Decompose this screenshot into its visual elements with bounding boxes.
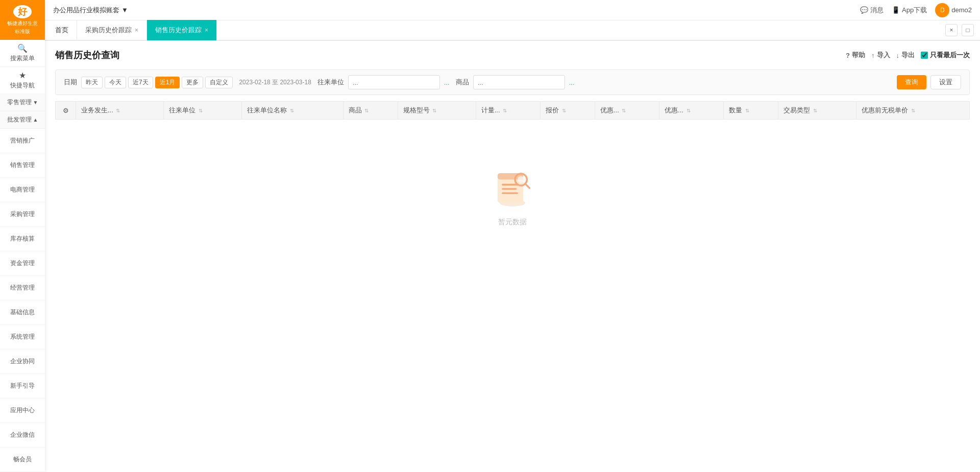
marketing-label: 营销推广 <box>10 136 35 145</box>
col-partner-name[interactable]: 往来单位名称 ⇅ <box>241 102 343 120</box>
sidebar-item-basic-info[interactable]: 基础信息 <box>0 300 45 325</box>
col-discount1[interactable]: 优惠... ⇅ <box>595 102 659 120</box>
table-body: 暂元数据 <box>56 120 970 268</box>
partner-input[interactable] <box>348 75 440 89</box>
sort-arrows-pretax: ⇅ <box>911 108 915 113</box>
enterprise-label: 企业协同 <box>10 357 35 366</box>
col-partner-code-label: 往来单位 <box>169 106 195 114</box>
sidebar-item-ecommerce[interactable]: 电商管理 <box>0 178 45 202</box>
sidebar-item-search-menu[interactable]: 🔍 搜索菜单 <box>0 40 45 67</box>
date-label: 日期 <box>64 78 77 87</box>
col-unit-label: 计量... <box>481 106 500 114</box>
tab-purchase-close-btn[interactable]: × <box>135 27 138 33</box>
inventory-label: 库存核算 <box>10 234 35 243</box>
sidebar-item-retail[interactable]: 零售管理 ▼ <box>0 94 45 111</box>
tab-home[interactable]: 首页 <box>47 20 77 40</box>
app-download-label: App下载 <box>902 6 927 15</box>
account-selector[interactable]: 办公用品行业模拟账套 ▼ <box>53 6 128 15</box>
col-spec-label: 规格型号 <box>403 106 430 114</box>
window-maximize-btn[interactable]: □ <box>962 24 974 36</box>
date-btn-last7[interactable]: 近7天 <box>128 77 153 88</box>
sidebar-item-corp-wechat[interactable]: 企业微信 <box>0 423 45 447</box>
goods-filter-group: 商品 ... <box>456 75 575 89</box>
svg-rect-5 <box>502 193 518 194</box>
goods-input[interactable] <box>473 75 565 89</box>
col-trade-type[interactable]: 交易类型 ⇅ <box>778 102 856 120</box>
avatar: D <box>935 3 949 17</box>
sidebar-item-system[interactable]: 系统管理 <box>0 325 45 349</box>
app-download-icon: 📱 <box>892 6 900 14</box>
sidebar-item-marketing[interactable]: 营销推广 <box>0 129 45 153</box>
tab-home-label: 首页 <box>55 26 68 35</box>
help-btn[interactable]: ? 帮助 <box>846 51 865 60</box>
sidebar-item-finance[interactable]: 资金管理 <box>0 251 45 276</box>
import-btn[interactable]: ↑ 导入 <box>871 51 890 60</box>
svg-point-8 <box>518 176 524 183</box>
sidebar-item-operations[interactable]: 经营管理 <box>0 276 45 300</box>
sidebar-item-wholesale[interactable]: 批发管理 ▲ <box>0 111 45 129</box>
tab-purchase-history[interactable]: 采购历史价跟踪 × <box>77 20 147 40</box>
partner-ellipsis-btn[interactable]: ... <box>444 79 450 86</box>
col-pretax-price[interactable]: 优惠前无税单价 ⇅ <box>856 102 970 120</box>
goods-ellipsis-btn[interactable]: ... <box>569 79 575 86</box>
col-unit[interactable]: 计量... ⇅ <box>476 102 540 120</box>
col-trade-type-label: 交易类型 <box>783 106 810 114</box>
svg-rect-4 <box>502 188 517 190</box>
col-biz-date[interactable]: 业务发生... ⇅ <box>76 102 164 120</box>
sidebar-item-app-center[interactable]: 应用中心 <box>0 398 45 423</box>
window-close-btn[interactable]: × <box>945 24 958 36</box>
col-settings[interactable]: ⚙ <box>56 102 76 120</box>
tab-bar-actions: × □ <box>945 24 978 36</box>
svg-line-7 <box>525 184 529 188</box>
goods-label: 商品 <box>456 78 469 87</box>
sort-arrows-partner-name: ⇅ <box>290 108 294 113</box>
logo-icon: 好 <box>13 5 32 18</box>
sidebar-item-sales-mgmt[interactable]: 销售管理 <box>0 153 45 178</box>
settings-btn[interactable]: 设置 <box>930 75 961 89</box>
date-btn-last1m[interactable]: 近1月 <box>155 77 180 88</box>
date-btn-yesterday[interactable]: 昨天 <box>81 77 103 88</box>
query-btn[interactable]: 查询 <box>897 75 926 89</box>
message-btn[interactable]: 💬 消息 <box>860 6 884 15</box>
purchase-label: 采购管理 <box>10 210 35 219</box>
export-icon: ↓ <box>896 52 900 59</box>
wholesale-label: 批发管理 <box>7 115 32 124</box>
retail-label: 零售管理 <box>7 98 32 107</box>
col-qty[interactable]: 数量 ⇅ <box>724 102 778 120</box>
date-btn-today[interactable]: 今天 <box>105 77 126 88</box>
sort-arrows-discount1: ⇅ <box>622 108 626 113</box>
sidebar-item-quick-nav[interactable]: ★ 快捷导航 <box>0 67 45 94</box>
col-pretax-price-label: 优惠前无税单价 <box>862 106 908 114</box>
col-goods[interactable]: 商品 ⇅ <box>343 102 398 120</box>
empty-state-text: 暂元数据 <box>498 218 527 227</box>
col-price-label: 报价 <box>546 106 559 114</box>
sidebar-item-inventory[interactable]: 库存核算 <box>0 227 45 251</box>
only-last-label: 只看最后一次 <box>930 51 970 60</box>
app-download-btn[interactable]: 📱 App下载 <box>892 6 927 15</box>
sidebar-item-purchase[interactable]: 采购管理 <box>0 202 45 227</box>
page-title-bar: 销售历史价查询 ? 帮助 ↑ 导入 ↓ 导出 <box>55 49 970 61</box>
user-menu[interactable]: D demo2 <box>935 3 972 17</box>
table-header: ⚙ 业务发生... ⇅ 往来单位 ⇅ 往来单位名称 ⇅ <box>56 102 970 120</box>
col-discount1-label: 优惠... <box>600 106 619 114</box>
date-btn-more[interactable]: 更多 <box>182 77 203 88</box>
tab-sales-history[interactable]: 销售历史价跟踪 × <box>147 20 217 40</box>
sidebar-item-member[interactable]: 畅会员 <box>0 447 45 472</box>
page-title-actions: ? 帮助 ↑ 导入 ↓ 导出 只看最后一次 <box>846 51 970 60</box>
col-spec[interactable]: 规格型号 ⇅ <box>398 102 476 120</box>
col-partner-code[interactable]: 往来单位 ⇅ <box>164 102 242 120</box>
tab-sales-close-btn[interactable]: × <box>205 27 208 33</box>
tab-sales-label: 销售历史价跟踪 <box>155 26 202 35</box>
sidebar-item-enterprise[interactable]: 企业协同 <box>0 349 45 374</box>
content-area: 销售历史价查询 ? 帮助 ↑ 导入 ↓ 导出 <box>45 41 980 472</box>
only-last-checkbox[interactable] <box>921 52 928 59</box>
message-label: 消息 <box>870 6 884 15</box>
page-content: 销售历史价查询 ? 帮助 ↑ 导入 ↓ 导出 <box>45 41 980 472</box>
export-btn[interactable]: ↓ 导出 <box>896 51 915 60</box>
col-discount2[interactable]: 优惠... ⇅ <box>659 102 724 120</box>
date-btn-custom[interactable]: 自定义 <box>205 77 233 88</box>
col-price[interactable]: 报价 ⇅ <box>540 102 595 120</box>
help-label: 帮助 <box>852 51 865 60</box>
finance-label: 资金管理 <box>10 259 35 268</box>
sidebar-item-newbie[interactable]: 新手引导 <box>0 374 45 398</box>
